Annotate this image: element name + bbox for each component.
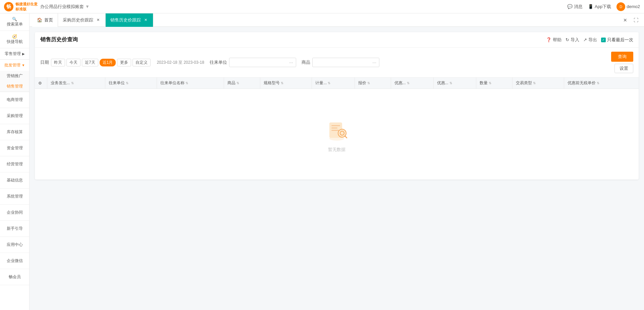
column-unit[interactable]: 计量... ⇅ — [312, 78, 355, 89]
tab-close-all-btn[interactable]: ✕ — [621, 16, 629, 24]
tab-close-purchase[interactable]: ✕ — [95, 17, 101, 23]
date-btn-yesterday[interactable]: 昨天 — [51, 59, 65, 66]
column-quoted-price[interactable]: 报价 ⇅ — [355, 78, 391, 89]
tab-close-sales[interactable]: ✕ — [143, 17, 148, 23]
sidebar-sub-item-sales[interactable]: 销售管理 — [0, 81, 29, 92]
tab-purchase-track[interactable]: 采购历史价跟踪 ✕ — [58, 13, 106, 27]
sidebar-item-search[interactable]: 🔍 搜索菜单 — [0, 13, 29, 31]
sidebar-item-retail[interactable]: 零售管理 ▶ — [0, 48, 29, 59]
date-btn-1month[interactable]: 近1月 — [100, 59, 116, 66]
empty-text: 暂无数据 — [328, 147, 345, 153]
sidebar-item-wechat[interactable]: 企业微信 — [0, 253, 29, 269]
partner-form-group: 往来单位 ··· — [210, 58, 296, 67]
sort-icon-product: ⇅ — [236, 81, 239, 85]
compass-icon: 🧭 — [12, 34, 17, 39]
chevron-down-icon: ▼ — [22, 63, 25, 67]
sidebar-item-operation[interactable]: 经营管理 — [0, 156, 29, 172]
dropdown-arrow-icon[interactable]: ▼ — [85, 4, 90, 9]
query-button[interactable]: 查询 — [611, 52, 633, 62]
column-product[interactable]: 商品 ⇅ — [224, 78, 260, 89]
messages-btn[interactable]: 💬 消息 — [567, 4, 583, 10]
column-quantity[interactable]: 数量 ⇅ — [476, 78, 512, 89]
sort-icon-pre-tax-price: ⇅ — [597, 81, 599, 85]
sidebar-item-inventory[interactable]: 库存核算 — [0, 124, 29, 140]
search-icon: 🔍 — [12, 17, 17, 21]
app-download-btn[interactable]: 📱 App下载 — [588, 4, 611, 10]
sidebar-item-quicknav[interactable]: 🧭 快捷导航 — [0, 31, 29, 48]
tab-home[interactable]: 🏠 首页 — [32, 13, 58, 27]
date-btn-7days[interactable]: 近7天 — [82, 59, 98, 66]
sidebar-item-app-center[interactable]: 应用中心 — [0, 237, 29, 253]
export-btn[interactable]: ↗ 导出 — [583, 37, 597, 43]
help-icon: ❓ — [546, 37, 551, 42]
logo-text: 畅捷通好生意 标准版 — [15, 2, 38, 11]
phone-icon: 📱 — [588, 4, 593, 9]
product-form-group: 商品 ··· — [302, 58, 379, 67]
sidebar-item-purchase[interactable]: 采购管理 — [0, 108, 29, 124]
date-btn-more[interactable]: 更多 — [117, 59, 131, 66]
sidebar-item-member[interactable]: 畅会员 — [0, 269, 29, 285]
user-area[interactable]: D demo2 — [616, 2, 640, 11]
top-bar: 畅 畅捷通好生意 标准版 办公用品行业模拟账套 ▼ 💬 消息 📱 App下载 D… — [0, 0, 644, 13]
sidebar-item-wholesale[interactable]: 批发管理 ▼ — [0, 60, 29, 71]
sort-icon-discount1: ⇅ — [407, 81, 410, 85]
page-header: 销售历史价查询 ❓ 帮助 ↻ 导入 ↗ 导出 — [35, 32, 639, 48]
import-btn[interactable]: ↻ 导入 — [566, 37, 579, 43]
tab-bar-actions: ✕ ⛶ — [621, 16, 641, 24]
page-header-actions: ❓ 帮助 ↻ 导入 ↗ 导出 ✓ 只看最后一次 — [546, 37, 633, 43]
empty-icon — [323, 116, 350, 143]
column-pre-tax-price[interactable]: 优惠前无税单价 ⇅ — [564, 78, 639, 89]
column-trade-type[interactable]: 交易类型 ⇅ — [512, 78, 564, 89]
sort-icon-quoted-price: ⇅ — [367, 81, 370, 85]
sidebar-section-retail: 零售管理 ▶ — [0, 48, 29, 60]
column-discount1[interactable]: 优惠... ⇅ — [391, 78, 433, 89]
export-icon: ↗ — [583, 37, 587, 42]
import-icon: ↻ — [566, 37, 569, 42]
date-btn-today[interactable]: 今天 — [66, 59, 80, 66]
partner-input[interactable]: ··· — [229, 58, 296, 67]
product-input[interactable]: ··· — [312, 58, 379, 67]
sidebar-sub-item-marketing[interactable]: 营销推广 — [0, 71, 29, 81]
svg-line-7 — [345, 136, 347, 138]
product-label: 商品 — [302, 59, 310, 65]
logo-area: 畅 畅捷通好生意 标准版 — [4, 2, 38, 11]
svg-rect-4 — [331, 130, 339, 131]
sidebar-item-enterprise[interactable]: 企业协同 — [0, 205, 29, 221]
logo-icon: 畅 — [4, 2, 13, 11]
tab-maximize-btn[interactable]: ⛶ — [632, 16, 640, 24]
message-icon: 💬 — [567, 4, 573, 9]
sidebar-item-ecommerce[interactable]: 电商管理 — [0, 92, 29, 108]
data-table: ⚙ 业务发生... ⇅ 往来单 — [35, 78, 639, 89]
tab-sales-track[interactable]: 销售历史价跟踪 ✕ — [106, 13, 153, 27]
date-btn-custom[interactable]: 自定义 — [132, 59, 151, 66]
settings-button[interactable]: 设置 — [614, 64, 633, 73]
column-biz-date[interactable]: 业务发生... ⇅ — [47, 78, 105, 89]
table-container: ⚙ 业务发生... ⇅ 往来单 — [35, 78, 639, 179]
user-avatar: D — [616, 2, 625, 11]
column-partner-code[interactable]: 往来单位 ⇅ — [105, 78, 157, 89]
product-dots-btn[interactable]: ··· — [372, 60, 376, 65]
gear-icon[interactable]: ⚙ — [38, 81, 42, 86]
only-last-checkbox[interactable]: ✓ 只看最后一次 — [601, 37, 633, 43]
help-btn[interactable]: ❓ 帮助 — [546, 37, 561, 43]
sort-icon-discount2: ⇅ — [449, 81, 452, 85]
date-display-group: 2023-02-18 至 2023-03-18 — [156, 60, 204, 65]
partner-dots-btn[interactable]: ··· — [289, 60, 293, 65]
sort-icon-partner-code: ⇅ — [126, 81, 128, 85]
svg-rect-2 — [331, 125, 340, 126]
sort-icon-spec: ⇅ — [281, 81, 283, 85]
date-label: 日期 — [40, 59, 49, 65]
tab-bar: 🏠 首页 采购历史价跟踪 ✕ 销售历史价跟踪 ✕ ✕ ⛶ — [30, 13, 644, 27]
column-gear: ⚙ — [35, 78, 47, 89]
sidebar-item-system[interactable]: 系统管理 — [0, 189, 29, 205]
date-form-group: 日期 昨天 今天 近7天 近1月 更多 自定义 — [40, 59, 151, 66]
column-partner-name[interactable]: 往来单位名称 ⇅ — [157, 78, 224, 89]
page-content: 销售历史价查询 ❓ 帮助 ↻ 导入 ↗ 导出 — [30, 27, 644, 310]
sidebar-item-basic[interactable]: 基础信息 — [0, 172, 29, 189]
sort-icon-partner-name: ⇅ — [185, 81, 188, 85]
sidebar-item-guide[interactable]: 新手引导 — [0, 221, 29, 237]
column-spec[interactable]: 规格型号 ⇅ — [260, 78, 312, 89]
sidebar-item-finance[interactable]: 资金管理 — [0, 140, 29, 156]
column-discount2[interactable]: 优惠... ⇅ — [433, 78, 476, 89]
top-bar-title: 办公用品行业模拟账套 ▼ — [40, 4, 90, 10]
